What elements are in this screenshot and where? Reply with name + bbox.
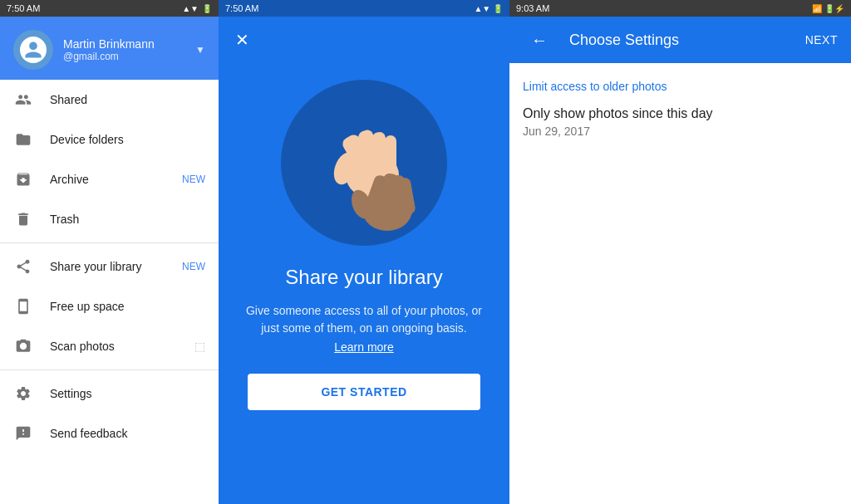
sidebar-time: 7:50 AM [7, 3, 40, 13]
close-button[interactable]: ✕ [225, 23, 258, 56]
external-link-icon: ⬚ [194, 340, 205, 353]
avatar [13, 30, 53, 70]
shared-icon [13, 90, 33, 110]
user-email: @gmail.com [63, 51, 185, 62]
sidebar-item-trash[interactable]: Trash [0, 199, 219, 239]
sidebar-item-settings[interactable]: Settings [0, 374, 219, 413]
settings-icon [13, 384, 33, 404]
free-up-space-label: Free up space [50, 300, 205, 313]
sidebar-item-free-up-space[interactable]: Free up space [0, 286, 219, 326]
sidebar-item-device-folders[interactable]: Device folders [0, 120, 219, 159]
user-name: Martin Brinkmann [63, 37, 185, 51]
share-library-label: Share your library [50, 260, 165, 273]
share-library-modal: 7:50 AM ▲▼ 🔋 ✕ [219, 0, 509, 504]
settings-section: Limit access to older photos Only show p… [509, 63, 851, 148]
settings-option: Only show photos since this day Jun 29, … [523, 103, 838, 141]
settings-header: ← Choose Settings NEXT [509, 17, 851, 63]
sidebar: 7:50 AM ▲▼ 🔋 Martin Brinkmann @gmail.com… [0, 0, 219, 504]
nav-divider-1 [0, 242, 219, 243]
sidebar-item-scan-photos[interactable]: Scan photos ⬚ [0, 326, 219, 366]
shared-label: Shared [50, 93, 205, 106]
send-feedback-label: Send feedback [50, 427, 205, 440]
device-folders-icon [13, 130, 33, 149]
settings-option-label: Only show photos since this day [523, 106, 838, 121]
archive-icon [13, 169, 33, 189]
avatar-icon [20, 37, 47, 63]
send-feedback-icon [13, 423, 33, 443]
sidebar-item-archive[interactable]: Archive NEW [0, 159, 219, 199]
user-info: Martin Brinkmann @gmail.com [63, 37, 185, 62]
back-button[interactable]: ← [523, 23, 556, 56]
trash-label: Trash [50, 213, 205, 226]
share-library-badge: NEW [182, 261, 205, 272]
get-started-button[interactable]: GET STARTED [248, 374, 480, 410]
sidebar-item-share-library[interactable]: Share your library NEW [0, 247, 219, 286]
nav-divider-2 [0, 369, 219, 370]
scan-photos-icon [13, 336, 33, 356]
right-time: 9:03 AM [516, 3, 549, 13]
device-folders-label: Device folders [50, 133, 205, 146]
sidebar-status-bar: 7:50 AM ▲▼ 🔋 [0, 0, 219, 17]
right-status-icons: 📶 🔋⚡ [812, 4, 844, 13]
sidebar-item-send-feedback[interactable]: Send feedback [0, 413, 219, 453]
settings-panel: 9:03 AM 📶 🔋⚡ ← Choose Settings NEXT Limi… [509, 0, 851, 504]
archive-label: Archive [50, 173, 165, 186]
settings-label: Settings [50, 387, 205, 400]
modal-illustration [219, 63, 509, 266]
right-status-bar: 9:03 AM 📶 🔋⚡ [509, 0, 851, 17]
archive-badge: NEW [182, 174, 205, 185]
next-button[interactable]: NEXT [805, 33, 838, 46]
learn-more-link[interactable]: Learn more [219, 340, 509, 354]
middle-status-icons: ▲▼ 🔋 [474, 4, 503, 13]
middle-time: 7:50 AM [225, 3, 258, 13]
hands-svg [293, 92, 435, 233]
middle-status-bar: 7:50 AM ▲▼ 🔋 [219, 0, 509, 17]
free-up-space-icon [13, 296, 33, 316]
trash-icon [13, 209, 33, 229]
illustration-circle [281, 80, 447, 246]
settings-panel-title: Choose Settings [569, 32, 792, 49]
sidebar-header[interactable]: Martin Brinkmann @gmail.com ▼ [0, 17, 219, 80]
dropdown-arrow-icon[interactable]: ▼ [195, 44, 205, 56]
modal-description: Give someone access to all of your photo… [219, 302, 509, 337]
settings-option-value: Jun 29, 2017 [523, 125, 838, 138]
sidebar-status-icons: ▲▼ 🔋 [182, 4, 212, 13]
share-library-icon [13, 257, 33, 276]
sidebar-item-shared[interactable]: Shared [0, 80, 219, 120]
scan-photos-label: Scan photos [50, 340, 178, 353]
modal-title: Share your library [219, 266, 509, 289]
settings-section-title: Limit access to older photos [523, 80, 838, 93]
